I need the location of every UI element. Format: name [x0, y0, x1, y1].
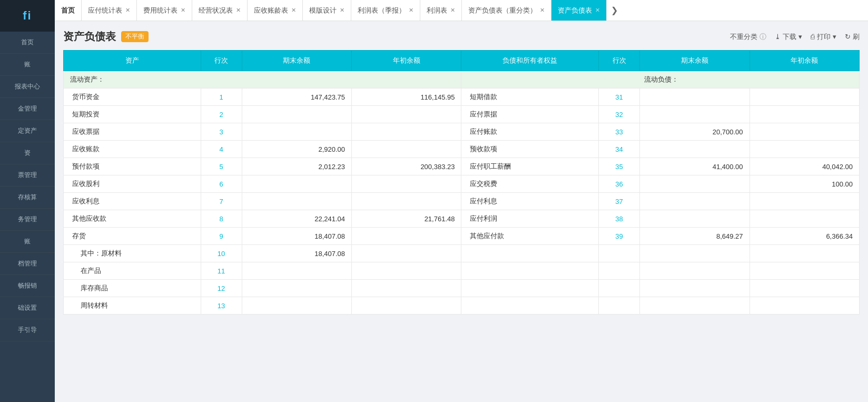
table-row: 预付款项 5 2,012.23 200,383.23 应付职工薪酬 35 41,… [64, 158, 860, 175]
tab-close-icon[interactable]: ✕ [181, 7, 185, 14]
tab-close-icon[interactable]: ✕ [595, 7, 600, 14]
tab-ar-aging[interactable]: 应收账龄表 ✕ [248, 0, 303, 21]
liability-year-begin [749, 245, 859, 262]
sidebar-item-expense[interactable]: 畅报销 [0, 275, 55, 297]
period-end-amount [242, 175, 351, 193]
liability-period-end [640, 141, 749, 158]
col-period-end: 期末余额 [242, 51, 351, 71]
sidebar-item-fixed-assets[interactable]: 定资产 [0, 120, 55, 142]
liability-period-end: 8,649.27 [640, 228, 749, 245]
download-label: 下载 [783, 32, 796, 42]
col-liability-period-end: 期末余额 [640, 51, 749, 71]
liability-row-number [598, 280, 639, 297]
year-begin-amount [352, 193, 461, 210]
tab-close-icon[interactable]: ✕ [450, 7, 455, 14]
sidebar-item-guide[interactable]: 手引导 [0, 319, 55, 341]
download-button[interactable]: ⤓ 下载 ▾ [775, 32, 802, 42]
sidebar-item-tax-mgmt[interactable]: 务管理 [0, 209, 55, 231]
liability-row-number: 31 [598, 89, 639, 106]
tab-close-icon[interactable]: ✕ [236, 7, 241, 14]
year-begin-amount [352, 141, 461, 158]
liability-year-begin [749, 262, 859, 280]
sidebar-item-invoice-mgmt[interactable]: 票管理 [0, 164, 55, 187]
sidebar-item-archive-mgmt[interactable]: 档管理 [0, 253, 55, 275]
sidebar-item-ledger[interactable]: 账 [0, 231, 55, 253]
year-begin-amount [352, 280, 461, 297]
table-row: 货币资金 1 147,423.75 116,145.95 短期借款 31 [64, 89, 860, 106]
table-row: 应收利息 7 应付利息 37 [64, 193, 860, 210]
row-number: 10 [201, 245, 242, 262]
period-end-amount: 2,920.00 [242, 141, 351, 158]
help-icon[interactable]: ⓘ [760, 32, 766, 42]
liability-row-number: 34 [598, 141, 639, 158]
tab-operations[interactable]: 经营状况表 ✕ [192, 0, 248, 21]
unbalanced-badge: 不平衡 [121, 31, 149, 42]
liability-period-end [640, 280, 749, 297]
row-number: 9 [201, 228, 242, 245]
tab-scroll-right[interactable]: ❯ [607, 0, 622, 21]
row-number: 2 [201, 106, 242, 123]
print-button[interactable]: ⎙ 打印 ▾ [811, 32, 836, 42]
sidebar-item-inventory[interactable]: 存核算 [0, 187, 55, 209]
row-number: 3 [201, 123, 242, 141]
liability-row-number: 38 [598, 210, 639, 228]
tab-balance-reclassify[interactable]: 资产负债表（重分类） ✕ [462, 0, 551, 21]
table-row: 流动资产： 流动负债： [64, 71, 860, 89]
period-end-amount: 2,012.23 [242, 158, 351, 175]
liability-year-begin: 40,042.00 [749, 158, 859, 175]
period-end-amount: 22,241.04 [242, 210, 351, 228]
table-row: 短期投资 2 应付票据 32 [64, 106, 860, 123]
refresh-button[interactable]: ↻ 刷 [845, 32, 860, 42]
sidebar-item-capital[interactable]: 资 [0, 142, 55, 164]
main-area: 首页 应付统计表 ✕ 费用统计表 ✕ 经营状况表 ✕ 应收账龄表 ✕ 模版设计 … [55, 0, 868, 402]
liability-period-end [640, 89, 749, 106]
download-icon: ⤓ [775, 33, 781, 41]
sidebar: fi 首页 账 报表中心 金管理 定资产 资 票管理 存核算 务管理 账 档管理… [0, 0, 55, 402]
year-begin-amount [352, 228, 461, 245]
year-begin-amount [352, 106, 461, 123]
asset-name: 存货 [64, 228, 201, 245]
liability-year-begin [749, 106, 859, 123]
page-header: 资产负债表 不平衡 不重分类 ⓘ ⤓ 下载 ▾ ⎙ 打印 ▾ [63, 30, 860, 44]
tab-close-icon[interactable]: ✕ [409, 7, 413, 14]
liability-name: 应付账款 [461, 123, 599, 141]
liability-year-begin [749, 297, 859, 315]
sidebar-item-report-center[interactable]: 报表中心 [0, 76, 55, 98]
tab-close-icon[interactable]: ✕ [291, 7, 296, 14]
tab-balance-sheet[interactable]: 资产负债表 ✕ [551, 0, 607, 21]
asset-name: 预付款项 [64, 158, 201, 175]
liability-name: 其他应付款 [461, 228, 599, 245]
row-number: 8 [201, 210, 242, 228]
sidebar-item-account[interactable]: 账 [0, 54, 55, 76]
liability-row-number [598, 262, 639, 280]
tab-close-icon[interactable]: ✕ [340, 7, 344, 14]
sidebar-item-home[interactable]: 首页 [0, 32, 55, 54]
liability-row-number: 32 [598, 106, 639, 123]
table-row: 其他应收款 8 22,241.04 21,761.48 应付利润 38 [64, 210, 860, 228]
period-end-amount [242, 106, 351, 123]
liability-period-end [640, 106, 749, 123]
asset-name: 货币资金 [64, 89, 201, 106]
sidebar-logo: fi [0, 0, 55, 32]
sidebar-item-basic-settings[interactable]: 础设置 [0, 297, 55, 319]
tab-close-icon[interactable]: ✕ [540, 7, 545, 14]
liability-period-end: 41,400.00 [640, 158, 749, 175]
asset-name: 应收账款 [64, 141, 201, 158]
tab-profit[interactable]: 利润表 ✕ [420, 0, 462, 21]
row-number: 6 [201, 175, 242, 193]
period-end-amount [242, 193, 351, 210]
tab-close-icon[interactable]: ✕ [125, 7, 130, 14]
tab-home[interactable]: 首页 [55, 0, 82, 21]
tab-profit-quarterly[interactable]: 利润表（季报） ✕ [351, 0, 420, 21]
tab-expense-summary[interactable]: 费用统计表 ✕ [137, 0, 192, 21]
period-end-amount: 18,407.08 [242, 245, 351, 262]
no-classify-option[interactable]: 不重分类 ⓘ [730, 32, 766, 42]
sidebar-item-finance-mgmt[interactable]: 金管理 [0, 98, 55, 120]
liability-year-begin [749, 89, 859, 106]
tab-template-design[interactable]: 模版设计 ✕ [303, 0, 351, 21]
liability-year-begin [749, 193, 859, 210]
liability-name [461, 245, 599, 262]
tab-accounts-payable[interactable]: 应付统计表 ✕ [82, 0, 137, 21]
period-end-amount: 18,407.08 [242, 228, 351, 245]
liability-name: 应付利润 [461, 210, 599, 228]
